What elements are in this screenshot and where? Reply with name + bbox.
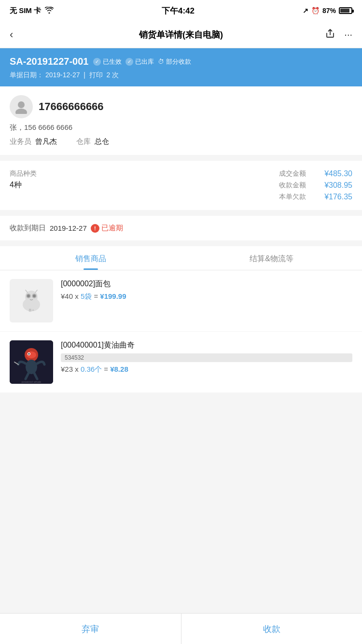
product-price-1: ¥40 x 5袋 = ¥199.99: [61, 292, 352, 301]
battery-icon: [339, 7, 352, 14]
clock-icon: ⏱: [158, 58, 164, 65]
owed-amount: 本单欠款 ¥176.35: [279, 193, 352, 201]
share-icon[interactable]: [325, 28, 335, 41]
more-icon[interactable]: ···: [344, 29, 352, 40]
product-name-1: [0000002]面包: [61, 279, 352, 289]
tabs-section: 销售商品 结算&物流等: [0, 246, 362, 270]
order-date: 单据日期： 2019-12-27 | 打印 2 次: [10, 71, 352, 80]
product-thumb-2: powered whale: [10, 340, 53, 384]
tab-settlement[interactable]: 结算&物流等: [181, 246, 362, 270]
status-badges: ✓ 已生效 ✓ 已出库 ⏱ 部分收款: [93, 57, 191, 66]
back-button[interactable]: ‹: [10, 28, 29, 41]
product-tag-2: 534532: [61, 353, 352, 362]
customer-sub-info: 张，156 6666 6666: [10, 123, 352, 132]
status-bar: 无 SIM 卡 下午4:42 ↗ ⏰ 87%: [0, 0, 362, 21]
battery-percent: 87%: [322, 7, 336, 14]
svg-point-6: [27, 294, 30, 297]
status-right: ↗ ⏰ 87%: [303, 7, 352, 14]
product-types: 商品种类 4种: [10, 169, 37, 190]
product-thumb-1: 兽+: [10, 279, 53, 322]
carrier-label: 无 SIM 卡: [10, 6, 41, 15]
nav-title: 销货单详情(来自电脑): [139, 29, 223, 41]
tabs-row: 销售商品 结算&物流等: [0, 246, 362, 270]
location-icon: ↗: [303, 7, 308, 14]
status-time: 下午4:42: [162, 5, 195, 16]
warehouse-name: 总仓: [95, 137, 109, 146]
overdue-badge: ! 已逾期: [91, 224, 123, 233]
warehouse-info: 仓库 总仓: [76, 137, 109, 146]
product-item-2: powered whale [000400001]黄油曲奇 534532 ¥23…: [0, 332, 362, 392]
svg-point-0: [18, 101, 25, 108]
overdue-icon: !: [91, 224, 99, 233]
staff-info: 业务员 曾凡杰: [10, 137, 57, 146]
check-icon-1: ✓: [93, 58, 101, 66]
nav-bar: ‹ 销货单详情(来自电脑) ···: [0, 21, 362, 48]
svg-point-13: [28, 353, 30, 355]
svg-point-7: [33, 294, 36, 297]
product-info-2: [000400001]黄油曲奇 534532 ¥23 x 0.36个 = ¥8.…: [61, 340, 352, 374]
customer-avatar: [10, 95, 33, 118]
wifi-icon: [45, 7, 54, 15]
collect-payment-button[interactable]: 收款: [181, 614, 362, 644]
alarm-icon: ⏰: [311, 7, 320, 14]
svg-text:powered whale: powered whale: [22, 380, 42, 383]
badge-shipped: ✓ 已出库: [125, 57, 154, 66]
amounts-section: 商品种类 4种 成交金额 ¥485.30 收款金额 ¥308.95 本单欠款 ¥…: [0, 161, 362, 210]
products-list: 兽+ [0000002]面包 ¥40 x 5袋 = ¥199.99: [0, 270, 362, 392]
tab-products[interactable]: 销售商品: [0, 246, 181, 270]
svg-text:兽+: 兽+: [28, 308, 34, 312]
product-name-2: [000400001]黄油曲奇: [61, 340, 352, 350]
customer-details: 业务员 曾凡杰 仓库 总仓: [10, 137, 352, 146]
badge-effective: ✓ 已生效: [93, 57, 122, 66]
received-amount: 收款金额 ¥308.95: [279, 181, 352, 190]
svg-point-1: [15, 109, 27, 114]
status-left: 无 SIM 卡: [10, 6, 54, 15]
svg-point-14: [26, 360, 37, 374]
order-id: SA-20191227-001: [10, 56, 88, 67]
product-info-1: [0000002]面包 ¥40 x 5袋 = ¥199.99: [61, 279, 352, 301]
overdue-text: 已逾期: [101, 224, 123, 233]
cancel-review-button[interactable]: 弃审: [0, 614, 181, 644]
customer-name: 17666666666: [39, 100, 104, 113]
bottom-bar: 弃审 收款: [0, 613, 362, 644]
badge-partial: ⏱ 部分收款: [158, 57, 191, 66]
check-icon-2: ✓: [125, 58, 133, 66]
product-item: 兽+ [0000002]面包 ¥40 x 5袋 = ¥199.99: [0, 270, 362, 331]
due-date-section: 收款到期日 2019-12-27 ! 已逾期: [0, 216, 362, 240]
amounts-right: 成交金额 ¥485.30 收款金额 ¥308.95 本单欠款 ¥176.35: [279, 169, 352, 201]
product-price-2: ¥23 x 0.36个 = ¥8.28: [61, 365, 352, 374]
staff-name: 曾凡杰: [35, 137, 57, 146]
customer-section: 17666666666 张，156 6666 6666 业务员 曾凡杰 仓库 总…: [0, 86, 362, 155]
order-header: SA-20191227-001 ✓ 已生效 ✓ 已出库 ⏱ 部分收款 单据日期：…: [0, 48, 362, 86]
customer-top: 17666666666: [10, 95, 352, 118]
deal-amount: 成交金额 ¥485.30: [279, 169, 352, 178]
nav-actions: ···: [325, 28, 352, 41]
